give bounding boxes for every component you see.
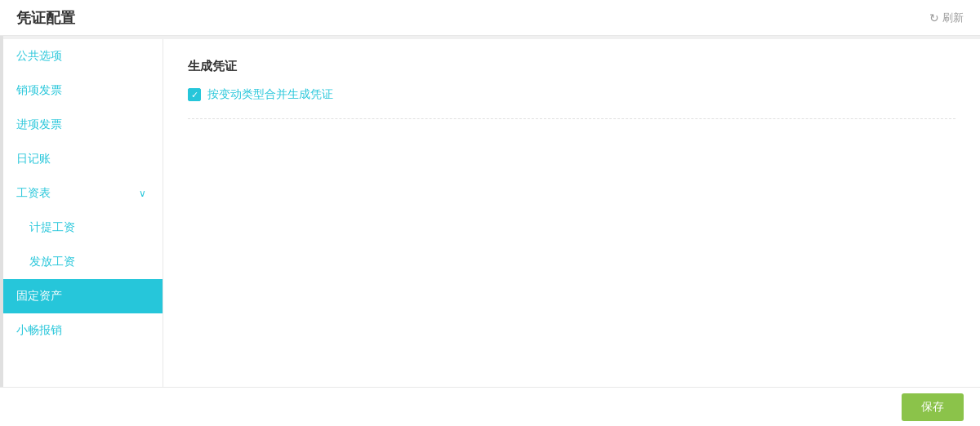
refresh-button[interactable]: ↻ 刷新 xyxy=(929,11,964,25)
sidebar-item-fixed-assets[interactable]: 固定资产 xyxy=(0,279,163,313)
footer: 保存 xyxy=(0,387,980,426)
merge-by-type-checkbox[interactable] xyxy=(188,88,201,101)
checkbox-label: 按变动类型合并生成凭证 xyxy=(207,87,333,102)
sidebar-item-payroll-accrual[interactable]: 计提工资 xyxy=(0,211,163,245)
top-accent-bar xyxy=(0,36,980,39)
main-layout: 公共选项 销项发票 进项发票 日记账 工资表 ∨ 计提工资 发放工资 固定资产 … xyxy=(0,39,980,387)
sidebar-item-payroll[interactable]: 工资表 ∨ xyxy=(0,176,163,211)
sidebar-item-label: 工资表 xyxy=(16,186,51,201)
sidebar-item-label: 公共选项 xyxy=(16,49,62,64)
save-button[interactable]: 保存 xyxy=(902,393,964,421)
sidebar-item-label: 发放工资 xyxy=(29,255,75,269)
sidebar-item-payroll-distribute[interactable]: 发放工资 xyxy=(0,245,163,279)
sidebar-item-label: 固定资产 xyxy=(16,289,62,304)
sidebar-item-label: 小畅报销 xyxy=(16,323,62,338)
chevron-down-icon: ∨ xyxy=(139,188,146,199)
sidebar-item-label: 销项发票 xyxy=(16,83,62,98)
sidebar-item-label: 计提工资 xyxy=(29,220,75,235)
section-title: 生成凭证 xyxy=(188,59,956,74)
sidebar-item-label: 进项发票 xyxy=(16,118,62,132)
section-divider xyxy=(188,118,956,119)
sidebar-item-public[interactable]: 公共选项 xyxy=(0,39,163,73)
sidebar-item-label: 日记账 xyxy=(16,152,51,166)
left-edge-bar xyxy=(0,36,3,387)
sidebar-item-journal[interactable]: 日记账 xyxy=(0,142,163,176)
refresh-icon: ↻ xyxy=(929,11,939,24)
sidebar-item-expense[interactable]: 小畅报销 xyxy=(0,313,163,348)
page-title: 凭证配置 xyxy=(16,8,75,28)
sidebar-item-purchase-invoice[interactable]: 进项发票 xyxy=(0,108,163,142)
sidebar: 公共选项 销项发票 进项发票 日记账 工资表 ∨ 计提工资 发放工资 固定资产 … xyxy=(0,39,163,387)
sidebar-item-sales-invoice[interactable]: 销项发票 xyxy=(0,73,163,108)
checkbox-row: 按变动类型合并生成凭证 xyxy=(188,87,956,102)
refresh-label: 刷新 xyxy=(942,11,964,25)
main-content: 生成凭证 按变动类型合并生成凭证 xyxy=(163,39,980,387)
page-header: 凭证配置 ↻ 刷新 xyxy=(0,0,980,36)
